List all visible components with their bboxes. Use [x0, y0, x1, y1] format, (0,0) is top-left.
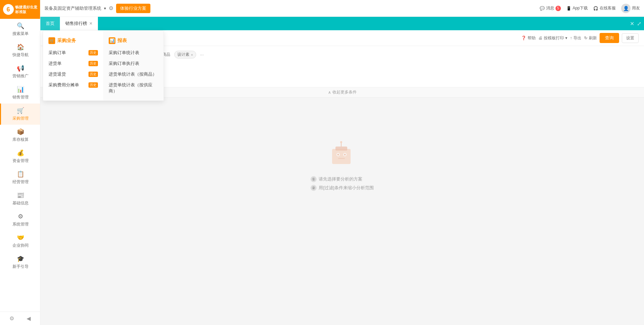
menu-item-purchase-order[interactable]: 采购订单 历史 — [43, 47, 103, 58]
tab-home-label: 首页 — [46, 21, 55, 27]
history-badge-2: 历史 — [88, 72, 98, 77]
message-badge: 5 — [556, 6, 561, 11]
svg-point-4 — [337, 154, 339, 156]
app-download-btn[interactable]: 📱 App下载 — [566, 5, 588, 11]
sidebar-item-label: 系统管理 — [12, 221, 29, 227]
sidebar-item-basic-info[interactable]: 📰 基础信息 — [0, 188, 40, 209]
user-avatar: 👤 — [621, 4, 631, 13]
search-icon: 🔍 — [17, 22, 24, 30]
sidebar-item-search[interactable]: 🔍 搜索菜单 — [0, 19, 40, 40]
help-btn[interactable]: ❓ 帮助 — [521, 35, 536, 41]
refresh-icon: ↻ — [584, 36, 587, 40]
home-icon: 🏠 — [17, 43, 24, 51]
print-btn[interactable]: 🖨 按模板打印 ▾ — [538, 35, 567, 41]
tab-home[interactable]: 首页 — [40, 17, 60, 30]
col-purchase-header: 🛒 采购业务 — [43, 35, 103, 47]
sidebar-item-label: 采购管理 — [12, 116, 29, 121]
message-btn[interactable]: 💬 消息 5 — [540, 5, 561, 11]
menu-item-purchase-order-exec[interactable]: 采购订单执行表 — [103, 58, 164, 69]
sidebar-item-purchase[interactable]: 🛒 采购管理 — [0, 104, 40, 125]
industry-btn[interactable]: 体验行业方案 — [116, 4, 150, 13]
refresh-btn[interactable]: ↻ 刷新 — [584, 35, 597, 41]
sidebar-item-sales[interactable]: 📊 销售管理 — [0, 82, 40, 104]
tab-sales-ranking-label: 销售排行榜 — [65, 21, 87, 27]
sidebar-item-label: 快捷导航 — [12, 52, 29, 58]
sidebar-logo: 6 畅捷通好生意 标准版 — [0, 0, 40, 19]
tip2-text: 用[过滤]条件来缩小分析范围 — [319, 184, 373, 192]
tabs-right-controls: ✕ ⤢ — [627, 21, 644, 27]
history-badge-0: 历史 — [88, 50, 98, 55]
sidebar-item-label: 新手引导 — [12, 264, 29, 270]
topbar-right: 💬 消息 5 📱 App下载 🎧 在线客服 👤 用友 — [540, 4, 640, 13]
tip1-num: ① — [311, 176, 317, 182]
sidebar-item-label: 资金管理 — [12, 158, 29, 164]
sidebar-item-label: 企业协同 — [12, 243, 29, 248]
product-tag-close[interactable]: × — [191, 53, 193, 57]
tab-close-icon[interactable]: ✕ — [89, 21, 93, 26]
topbar: 装备及固定资产辅助管理系统 ▾ ⚙ 体验行业方案 💬 消息 5 📱 App下载 … — [40, 0, 644, 17]
tip2-num: ② — [311, 185, 317, 191]
collapse-sidebar-btn[interactable]: ◀ — [27, 315, 31, 322]
headset-icon: 🎧 — [593, 6, 598, 11]
help-icon: ❓ — [521, 36, 526, 40]
print-dropdown-icon: ▾ — [565, 36, 567, 40]
sidebar-item-quick-nav[interactable]: 🏠 快捷导航 — [0, 40, 40, 61]
info-icon: 📰 — [17, 192, 24, 199]
history-badge-1: 历史 — [88, 61, 98, 66]
product-ellipsis[interactable]: ··· — [200, 52, 204, 57]
sidebar: 6 畅捷通好生意 标准版 🔍 搜索菜单 🏠 快捷导航 📢 营销推广 📊 销售管理… — [0, 0, 40, 325]
cart-icon: 🛒 — [17, 107, 24, 114]
export-btn[interactable]: ↑ 导出 — [570, 35, 581, 41]
sidebar-item-newbie[interactable]: 🎓 新手引导 — [0, 252, 40, 273]
sidebar-item-label: 销售管理 — [12, 94, 29, 100]
col-report-header: 📊 报表 — [103, 35, 164, 47]
svg-point-5 — [344, 154, 346, 156]
purchase-col-label: 采购业务 — [57, 38, 76, 44]
history-badge-3: 历史 — [88, 82, 98, 88]
menu-item-incoming-stat-product[interactable]: 进货单统计表（按商品） — [103, 69, 164, 80]
sidebar-item-system[interactable]: ⚙ 系统管理 — [0, 209, 40, 231]
topbar-dropdown-arrow[interactable]: ▾ — [104, 6, 106, 11]
settings-btn[interactable]: 设置 — [622, 33, 639, 43]
menu-item-return[interactable]: 进货退货 历史 — [43, 69, 103, 80]
user-menu[interactable]: 👤 用友 — [621, 4, 640, 13]
menu-item-incoming-stat-supplier[interactable]: 进货单统计表（按供应商） — [103, 80, 164, 96]
topbar-gear-icon[interactable]: ⚙ — [109, 5, 113, 11]
sidebar-item-operations[interactable]: 📋 经营管理 — [0, 167, 40, 188]
dropdown-col-purchase: 🛒 采购业务 采购订单 历史 进货单 历史 进货退货 历史 采购费用分摊单 历史 — [43, 31, 103, 100]
menu-item-incoming[interactable]: 进货单 历史 — [43, 58, 103, 69]
sidebar-item-label: 营销推广 — [12, 73, 29, 79]
gear-icon: ⚙ — [18, 213, 23, 220]
sidebar-item-marketing[interactable]: 📢 营销推广 — [0, 61, 40, 82]
sidebar-item-inventory[interactable]: 📦 库存核算 — [0, 125, 40, 146]
box-icon: 📦 — [17, 128, 24, 135]
sidebar-item-finance[interactable]: 💰 资金管理 — [0, 146, 40, 167]
phone-icon: 📱 — [566, 6, 571, 11]
window-maximize-btn[interactable]: ⤢ — [637, 21, 641, 27]
menu-item-purchase-order-stat[interactable]: 采购订单统计表 — [103, 47, 164, 58]
settings-bottom-btn[interactable]: ⚙ — [9, 315, 14, 322]
sidebar-item-label: 库存核算 — [12, 137, 29, 143]
guide-icon: 🎓 — [17, 255, 24, 262]
message-icon: 💬 — [540, 6, 545, 11]
svg-point-8 — [340, 141, 342, 143]
window-close-btn[interactable]: ✕ — [630, 21, 634, 27]
collapse-label: 收起更多条件 — [332, 89, 357, 95]
query-btn[interactable]: 查询 — [600, 33, 619, 43]
sidebar-item-enterprise[interactable]: 🤝 企业协同 — [0, 231, 40, 252]
tab-sales-ranking[interactable]: 销售排行榜 ✕ — [60, 17, 98, 30]
money-icon: 💰 — [17, 149, 24, 157]
purchase-dropdown-menu: 🛒 采购业务 采购订单 历史 进货单 历史 进货退货 历史 采购费用分摊单 历史… — [43, 30, 164, 101]
clipboard-icon: 📋 — [17, 170, 24, 178]
empty-illustration — [325, 137, 359, 171]
dropdown-col-report: 📊 报表 采购订单统计表 采购订单执行表 进货单统计表（按商品） 进货单统计表（… — [103, 31, 164, 100]
export-icon: ↑ — [570, 36, 572, 40]
sidebar-item-label: 经营管理 — [12, 179, 29, 185]
svg-rect-1 — [335, 147, 347, 151]
purchase-col-icon: 🛒 — [48, 37, 55, 44]
online-service-btn[interactable]: 🎧 在线客服 — [593, 5, 616, 11]
sidebar-item-label: 基础信息 — [12, 200, 29, 206]
megaphone-icon: 📢 — [17, 65, 24, 72]
product-tag[interactable]: 设计素 × — [174, 51, 196, 58]
menu-item-expense[interactable]: 采购费用分摊单 历史 — [43, 80, 103, 90]
